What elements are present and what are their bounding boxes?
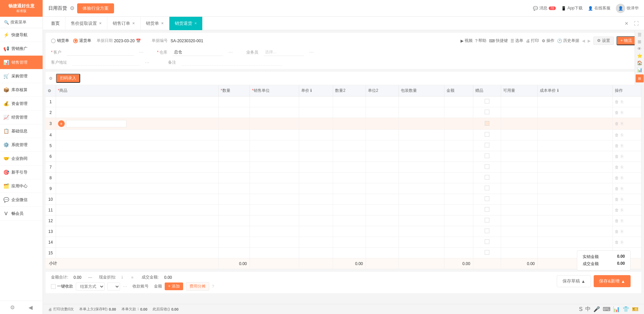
copy-icon-1[interactable]: ⎘ <box>621 100 623 104</box>
unit-cell-15[interactable] <box>250 248 299 258</box>
unit2-cell-7[interactable] <box>366 162 399 173</box>
unit-cell-4[interactable] <box>250 130 299 140</box>
price-cell-5[interactable] <box>299 140 333 151</box>
pack-qty-cell-10[interactable] <box>398 194 444 205</box>
select-btn[interactable]: ☰ 选单 <box>511 38 523 44</box>
qty-cell-7[interactable] <box>218 162 250 173</box>
gift-cell-13[interactable] <box>473 226 501 237</box>
available-cell-9[interactable] <box>501 183 538 194</box>
amount-cell-2[interactable] <box>444 107 473 118</box>
amount-cell-9[interactable] <box>444 183 473 194</box>
delete-icon-4[interactable]: 🗑 <box>615 133 619 137</box>
qty-cell-11[interactable] <box>218 205 250 215</box>
unit-cell-7[interactable] <box>250 162 299 173</box>
goods-cell-3[interactable]: + <box>56 118 218 130</box>
tab-close-all-icon[interactable]: ✕ <box>622 21 631 26</box>
amount-cell-10[interactable] <box>444 194 473 205</box>
account-dots[interactable]: ··· <box>123 284 127 290</box>
qty2-cell-11[interactable] <box>333 205 366 215</box>
right-icon3[interactable]: 👁 <box>637 46 642 51</box>
unit2-cell-2[interactable] <box>366 107 399 118</box>
price-cell-1[interactable] <box>299 97 333 107</box>
online-service-btn[interactable]: 👤 在线客服 <box>588 5 610 11</box>
price-cell-4[interactable] <box>299 130 333 140</box>
cost-price-cell-2[interactable] <box>538 107 613 118</box>
unit-cell-8[interactable] <box>250 173 299 183</box>
cost-price-cell-13[interactable] <box>538 226 613 237</box>
qty-cell-4[interactable] <box>218 130 250 140</box>
delete-icon-1[interactable]: 🗑 <box>615 100 619 104</box>
pack-qty-cell-12[interactable] <box>398 215 444 226</box>
goods-cell-2[interactable] <box>56 107 218 118</box>
cost-price-cell-7[interactable] <box>538 162 613 173</box>
customer-input[interactable] <box>67 49 134 56</box>
unit2-cell-5[interactable] <box>366 140 399 151</box>
pack-qty-cell-3[interactable] <box>398 118 444 130</box>
pack-qty-cell-15[interactable] <box>398 248 444 258</box>
gift-cell-7[interactable] <box>473 162 501 173</box>
copy-icon-3[interactable]: ⎘ <box>621 121 623 126</box>
message-btn[interactable]: 💬 消息 70 <box>533 5 556 11</box>
sidebar-item-search[interactable]: 🔍 搜索菜单 <box>0 17 43 28</box>
qty-cell-12[interactable] <box>218 215 250 226</box>
goods-cell-15[interactable] <box>56 248 218 258</box>
available-cell-7[interactable] <box>501 162 538 173</box>
amount-cell-13[interactable] <box>444 226 473 237</box>
qty2-cell-13[interactable] <box>333 226 366 237</box>
price-cell-15[interactable] <box>299 248 333 258</box>
tab-home[interactable]: 首页 <box>46 17 65 30</box>
unit-cell-10[interactable] <box>250 194 299 205</box>
tab-sales-order[interactable]: 销售订单 ✕ <box>107 17 141 30</box>
add-payment-btn[interactable]: + 添加 <box>165 282 183 290</box>
unit2-cell-8[interactable] <box>366 173 399 183</box>
goods-cell-7[interactable] <box>56 162 218 173</box>
goods-cell-8[interactable] <box>56 173 218 183</box>
cost-price-cell-4[interactable] <box>538 130 613 140</box>
gift-cell-1[interactable] <box>473 97 501 107</box>
fee-split-btn[interactable]: 费用分摊 <box>186 282 209 291</box>
price-cell-8[interactable] <box>299 173 333 183</box>
sidebar-collapse-icon[interactable]: ◀ <box>29 304 33 311</box>
tab-sales-return[interactable]: 销货退货 ✕ <box>169 17 203 30</box>
pack-qty-cell-6[interactable] <box>398 151 444 162</box>
sidebar-item-shortcut[interactable]: ⚡ 快捷导航 <box>0 28 43 42</box>
available-cell-6[interactable] <box>501 151 538 162</box>
copy-icon-8[interactable]: ⎘ <box>621 176 623 180</box>
add-logistics-btn[interactable]: + 物流 <box>616 36 636 45</box>
tab-close-price[interactable]: ✕ <box>99 21 102 25</box>
gift-cell-3[interactable] <box>473 118 501 130</box>
save-draft-btn[interactable]: 保存草稿 ▲ <box>557 275 591 287</box>
qty2-cell-4[interactable] <box>333 130 366 140</box>
copy-icon-7[interactable]: ⎘ <box>621 165 623 170</box>
sidebar-item-purchase[interactable]: 🛒 采购管理 <box>0 69 43 83</box>
delete-icon-12[interactable]: 🗑 <box>615 218 619 223</box>
unit-cell-6[interactable] <box>250 151 299 162</box>
price-cell-7[interactable] <box>299 162 333 173</box>
qty-cell-8[interactable] <box>218 173 250 183</box>
amount-cell-12[interactable] <box>444 215 473 226</box>
available-cell-10[interactable] <box>501 194 538 205</box>
sidebar-item-wechat[interactable]: 💬 企业微信 <box>0 193 43 207</box>
unit-cell-3[interactable] <box>250 118 299 130</box>
pack-qty-cell-2[interactable] <box>398 107 444 118</box>
pack-qty-cell-5[interactable] <box>398 140 444 151</box>
amount-cell-14[interactable] <box>444 237 473 248</box>
qty2-cell-9[interactable] <box>333 183 366 194</box>
copy-icon-14[interactable]: ⎘ <box>621 240 623 245</box>
gift-cell-8[interactable] <box>473 173 501 183</box>
unit-cell-12[interactable] <box>250 215 299 226</box>
qty2-cell-6[interactable] <box>333 151 366 162</box>
available-cell-13[interactable] <box>501 226 538 237</box>
operate-btn[interactable]: ⚙ 操作 <box>542 38 554 44</box>
video-btn[interactable]: ▶ 视频 <box>461 38 473 44</box>
gift-checkbox-14[interactable] <box>485 239 489 244</box>
delete-icon-8[interactable]: 🗑 <box>615 176 619 180</box>
available-cell-11[interactable] <box>501 205 538 215</box>
available-cell-8[interactable] <box>501 173 538 183</box>
sidebar-item-member[interactable]: V 畅会员 <box>0 207 43 221</box>
pack-qty-cell-9[interactable] <box>398 183 444 194</box>
qty-cell-6[interactable] <box>218 151 250 162</box>
delete-icon-11[interactable]: 🗑 <box>615 208 619 212</box>
tab-close-return[interactable]: ✕ <box>194 21 197 25</box>
sidebar-item-sales[interactable]: 📊 销售管理 <box>0 56 43 69</box>
